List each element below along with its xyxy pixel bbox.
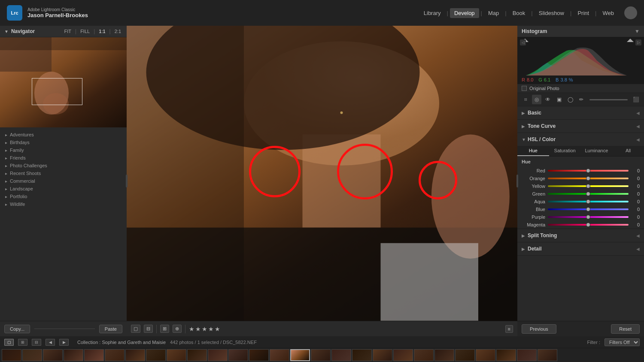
nav-slideshow[interactable]: Slideshow	[535, 8, 568, 18]
detail-section-header[interactable]: ▶ Detail ◀	[517, 242, 644, 255]
nav-develop[interactable]: Develop	[450, 8, 479, 18]
filter-select[interactable]: Filters Off	[605, 338, 640, 346]
filmstrip-thumb[interactable]	[517, 349, 537, 361]
collection-item[interactable]: ▸ Commercial	[0, 177, 127, 185]
split-toning-section-header[interactable]: ▶ Split Toning ◀	[517, 229, 644, 242]
filmstrip-thumb[interactable]	[2, 349, 21, 361]
filmstrip-thumb[interactable]	[167, 349, 186, 361]
nav-print[interactable]: Print	[573, 8, 593, 18]
right-panel-handle[interactable]	[516, 26, 519, 336]
nav-book[interactable]: Book	[508, 8, 530, 18]
hsl-tab-hue[interactable]: Hue	[517, 146, 549, 156]
filmstrip-thumb[interactable]	[455, 349, 475, 361]
filmstrip-thumb[interactable]	[249, 349, 269, 361]
left-panel-handle[interactable]	[125, 26, 128, 336]
spot-remove-icon[interactable]: ◎	[532, 95, 541, 104]
adjustment-brush-icon[interactable]: ✏	[577, 95, 586, 104]
previous-button[interactable]: Previous	[522, 324, 556, 334]
rating-stars[interactable]: ★★★★★	[189, 326, 221, 332]
filmstrip-thumb[interactable]	[105, 349, 125, 361]
copy-button[interactable]: Copy...	[4, 325, 30, 333]
filmstrip-thumb[interactable]	[187, 349, 207, 361]
hsl-thumb-magenta	[586, 223, 590, 227]
single-view-btn[interactable]: ▢	[131, 325, 140, 333]
paste-button[interactable]: Paste	[99, 325, 122, 333]
collection-item[interactable]: ▸ Photo Challenges	[0, 162, 127, 169]
collection-item[interactable]: ▸ Wildlife	[0, 200, 127, 208]
filmstrip-thumb[interactable]	[22, 349, 42, 361]
nav-library[interactable]: Library	[419, 8, 445, 18]
hsl-row-purple: Purple 0	[517, 213, 644, 221]
hsl-tab-luminance[interactable]: Luminance	[581, 146, 613, 156]
compare-view-btn[interactable]: ⊟	[144, 325, 153, 333]
nav-map[interactable]: Map	[484, 8, 503, 18]
detail-arrow-icon: ◀	[636, 247, 640, 251]
collection-item[interactable]: ▸ Recent Shoots	[0, 169, 127, 177]
filmstrip-thumb[interactable]	[352, 349, 372, 361]
loupe-view-btn[interactable]: ⊕	[173, 325, 182, 333]
navigator-preview[interactable]	[0, 37, 127, 127]
hsl-slider-magenta[interactable]	[548, 224, 629, 226]
crop-tool-icon[interactable]: ⌗	[521, 95, 530, 104]
zoom-fit[interactable]: FIT	[63, 28, 73, 34]
hsl-slider-red[interactable]	[548, 170, 629, 172]
collection-item[interactable]: ▸ Adventures	[0, 131, 127, 139]
filmstrip-thumb[interactable]	[434, 349, 454, 361]
hsl-slider-yellow[interactable]	[548, 185, 629, 187]
filmstrip-thumb[interactable]	[84, 349, 104, 361]
redeye-icon[interactable]: 👁	[543, 95, 553, 104]
zoom-1-1[interactable]: 1:1	[97, 28, 106, 34]
collection-item[interactable]: ▸ Family	[0, 146, 127, 154]
view-compare-btn[interactable]: ⊟	[32, 339, 41, 346]
collection-item[interactable]: ▸ Friends	[0, 154, 127, 162]
tone-curve-section-header[interactable]: ▶ Tone Curve ◀	[517, 120, 644, 133]
filmstrip-thumb[interactable]	[311, 349, 331, 361]
view-grid-btn[interactable]: ⊞	[18, 339, 27, 346]
hsl-slider-purple[interactable]	[548, 216, 629, 218]
hsl-slider-blue[interactable]	[548, 208, 629, 210]
collection-item[interactable]: ▸ Landscape	[0, 185, 127, 193]
clip-shadow-icon[interactable]: ◁	[520, 39, 526, 45]
grid-view-btn[interactable]: ⊞	[160, 325, 169, 333]
navigator-toggle-icon[interactable]: ▼	[4, 29, 9, 34]
filter-btn[interactable]: ≡	[505, 325, 513, 333]
collection-item[interactable]: ▸ Birthdays	[0, 139, 127, 146]
filmstrip-thumb[interactable]	[476, 349, 495, 361]
view-nav-prev[interactable]: ◀	[46, 339, 55, 346]
filmstrip-thumb[interactable]	[64, 349, 83, 361]
hsl-tab-all[interactable]: All	[612, 146, 644, 156]
filmstrip-thumb[interactable]	[125, 349, 145, 361]
hsl-slider-orange[interactable]	[548, 178, 629, 179]
filmstrip-thumb[interactable]	[414, 349, 434, 361]
nav-web[interactable]: Web	[598, 8, 619, 18]
hsl-slider-green[interactable]	[548, 193, 629, 195]
radial-filter-icon[interactable]: ◯	[565, 95, 575, 104]
zoom-fill[interactable]: FILL	[79, 28, 91, 34]
zoom-2-1[interactable]: 2:1	[113, 28, 122, 34]
clip-highlight-icon[interactable]: ▷	[635, 39, 641, 45]
hsl-section-header[interactable]: ▼ HSL / Color ◀	[517, 133, 644, 146]
view-single-btn[interactable]: ▢	[4, 339, 14, 346]
filmstrip-thumb[interactable]	[496, 349, 516, 361]
filmstrip-thumb[interactable]	[43, 349, 63, 361]
view-nav-next[interactable]: ▶	[59, 339, 69, 346]
hsl-tab-saturation[interactable]: Saturation	[549, 146, 581, 156]
filmstrip-thumb[interactable]	[373, 349, 392, 361]
reset-button[interactable]: Reset	[611, 324, 640, 334]
avatar[interactable]	[624, 6, 637, 19]
color-picker-icon[interactable]: ⬛	[631, 95, 641, 104]
filmstrip-thumb[interactable]	[270, 349, 289, 361]
filmstrip-thumb[interactable]	[146, 349, 166, 361]
filmstrip-thumb[interactable]	[538, 349, 557, 361]
hsl-slider-aqua[interactable]	[548, 201, 629, 202]
collection-item[interactable]: ▸ Portfolio	[0, 193, 127, 200]
gradient-tool-icon[interactable]: ▣	[554, 95, 564, 104]
filmstrip-thumb-selected[interactable]	[290, 349, 310, 361]
filmstrip-thumb[interactable]	[228, 349, 248, 361]
histogram-menu-icon[interactable]: ▼	[635, 28, 640, 34]
filmstrip-thumb[interactable]	[393, 349, 413, 361]
filmstrip-thumb[interactable]	[331, 349, 351, 361]
basic-section-header[interactable]: ▶ Basic ◀	[517, 106, 644, 119]
original-photo-checkbox[interactable]	[522, 86, 527, 91]
filmstrip-thumb[interactable]	[208, 349, 228, 361]
